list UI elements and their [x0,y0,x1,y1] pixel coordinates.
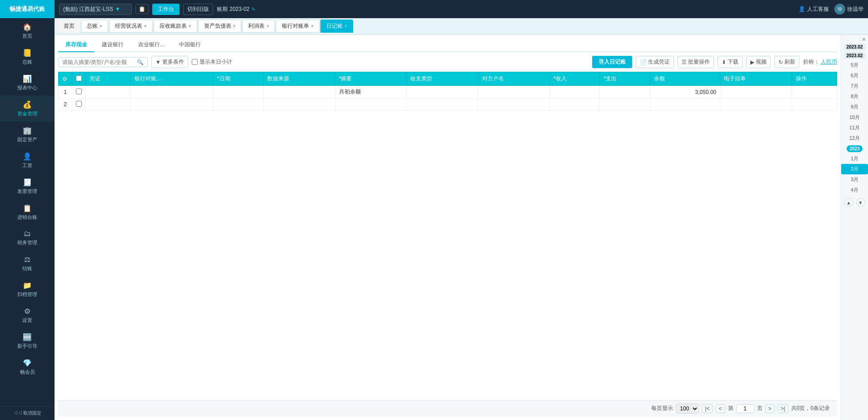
search-icon[interactable]: 🔍 [137,59,144,65]
last-page-button[interactable]: >| [778,404,788,413]
sub-tab-agriculture-bank[interactable]: 农业银行... [131,38,172,52]
sidebar-item-vip[interactable]: 💎 畅会员 [0,354,55,380]
import-journal-button[interactable]: 导入日记账 [592,56,632,68]
currency-link[interactable]: 人民币 [821,59,837,65]
sub-tab-china-bank[interactable]: 中国银行 [172,38,208,52]
sidebar-item-finance[interactable]: 💰 资金管理 [0,96,55,122]
per-page-select[interactable]: 100 50 200 [676,404,699,414]
tab-assets-liabilities-close[interactable]: × [233,24,236,29]
row-1-source [264,86,335,99]
tab-receivable-close[interactable]: × [189,24,191,29]
app-logo: 畅捷通易代账 [0,0,55,18]
period-label: 账期 [217,5,228,13]
calendar-nav-down[interactable]: ▼ [856,198,865,207]
sidebar-item-reports[interactable]: 📊 报表中心 [0,70,55,96]
tab-bank-statement[interactable]: 银行对账单 × [276,20,319,33]
calendar-month-2[interactable]: 2月 [841,164,868,174]
reports-icon: 📊 [23,74,32,83]
refresh-button[interactable]: ↻ 刷新 [774,56,799,68]
calendar-close-button[interactable]: ✕ [862,36,866,43]
download-icon: ⬇ [722,59,726,65]
first-page-button[interactable]: |< [702,404,713,413]
prev-page-button[interactable]: < [715,404,725,413]
row-2-checkbox[interactable] [72,99,86,111]
switch-version-button[interactable]: 切到旧版 [183,4,213,15]
row-1-checkbox[interactable] [72,86,86,99]
calendar-month-6[interactable]: 6月 [841,70,868,81]
video-button[interactable]: ▶ 视频 [746,56,771,68]
daily-subtotal-check[interactable] [192,59,198,65]
tab-journal-close[interactable]: × [344,24,347,29]
search-input[interactable] [62,59,135,65]
col-voucher: 凭证 [86,72,131,86]
tab-bank-statement-label: 银行对账单 [282,22,309,30]
calendar-month-11[interactable]: 11月 [841,123,868,133]
filter-button[interactable]: ▼ 更多条件 [151,56,188,68]
tab-assets-liabilities[interactable]: 资产负债表 × [198,20,242,33]
tab-business[interactable]: 经营状况表 × [109,20,153,33]
tab-ledger[interactable]: 总账 × [81,20,108,33]
sidebar-item-ledger[interactable]: 📒 总账 [0,44,55,70]
topbar-right: 👤 人工客服 徐 徐温华 [798,4,863,15]
sidebar-item-salary-label: 工资 [22,162,32,169]
tab-journal[interactable]: 日记账 × [320,20,353,33]
next-page-button[interactable]: > [765,404,775,413]
daily-subtotal-checkbox[interactable]: 显示本日小计 [192,58,232,66]
tab-bank-statement-close[interactable]: × [311,24,314,29]
copy-button[interactable]: 📋 [135,4,149,14]
row-2-operation [792,99,837,111]
tab-receivable[interactable]: 应收账款表 × [154,20,197,33]
sidebar-item-settings[interactable]: ⚙ 设置 [0,302,55,328]
page-number-input[interactable] [736,404,754,413]
calendar-month-12[interactable]: 12月 [841,133,868,143]
invoice-icon: 🧾 [23,178,32,187]
sidebar-item-assets[interactable]: 🏢 固定资产 [0,122,55,148]
col-settings[interactable]: ⚙ [59,72,72,86]
tab-profit-close[interactable]: × [266,24,269,29]
sidebar-item-guide[interactable]: 🆕 新手引导 [0,328,55,354]
calendar-month-10[interactable]: 10月 [841,112,868,123]
sidebar-item-invoice-label: 发票管理 [17,188,37,195]
page-suffix: 页 [757,405,763,412]
row-1-counterpart [478,86,549,99]
tab-business-close[interactable]: × [144,24,147,29]
sidebar-item-sales[interactable]: 📋 进销台账 [0,199,55,225]
calendar-month-4[interactable]: 4月 [841,185,868,195]
toolbar-right: 导入日记账 📄 生成凭证 ☰ 批量操作 ⬇ 下载 [592,56,837,68]
col-summary: *摘要 [335,72,406,86]
tab-ledger-close[interactable]: × [100,24,102,29]
calendar-month-1[interactable]: 1月 [841,153,868,164]
sub-tab-construction-bank[interactable]: 建设银行 [95,38,131,52]
sidebar-item-archive[interactable]: 📁 归档管理 [0,277,55,302]
workspace-button[interactable]: 工作台 [152,4,180,15]
sidebar-item-invoice[interactable]: 🧾 发票管理 [0,173,55,199]
company-select[interactable]: (勉励) 江西超宝-LSS ▼ [59,4,132,15]
calendar-month-3[interactable]: 3月 [841,174,868,185]
sidebar-item-home[interactable]: 🏠 首页 [0,18,55,44]
sub-tab-cash[interactable]: 库存现金 [58,38,95,52]
batch-op-button[interactable]: ☰ 批量操作 [678,56,714,68]
download-button[interactable]: ⬇ 下载 [718,56,743,68]
col-checkbox[interactable] [72,72,86,86]
unpin-button[interactable]: ◁◁ 取消固定 [0,406,55,420]
customer-service-button[interactable]: 👤 人工客服 [798,5,829,13]
sidebar-item-tax[interactable]: 🗂 税务管理 [0,225,55,251]
sidebar-item-salary[interactable]: 👤 工资 [0,148,55,173]
select-all-checkbox[interactable] [76,75,82,81]
tab-home[interactable]: 首页 [58,20,80,32]
generate-voucher-button[interactable]: 📄 生成凭证 [636,56,674,68]
sidebar-item-finance-label: 资金管理 [17,110,37,117]
period-value: 2023-02 [229,6,249,12]
calendar-nav-up[interactable]: ▲ [844,198,853,207]
sidebar-item-settle[interactable]: ⚖ 结账 [0,251,55,277]
period-edit-icon[interactable]: ✎ [251,6,255,12]
tab-profit[interactable]: 利润表 × [242,20,275,33]
calendar-month-7[interactable]: 7月 [841,81,868,91]
calendar-month-9[interactable]: 9月 [841,102,868,112]
calendar-month-5[interactable]: 5月 [841,60,868,70]
service-icon: 👤 [798,6,805,12]
calendar-panel: ✕ 2023.02 2023.02 5月 6月 7月 8月 9月 10月 11月… [841,35,868,420]
user-profile-button[interactable]: 徐 徐温华 [834,4,863,15]
sidebar-item-tax-label: 税务管理 [17,239,37,246]
calendar-month-8[interactable]: 8月 [841,91,868,102]
